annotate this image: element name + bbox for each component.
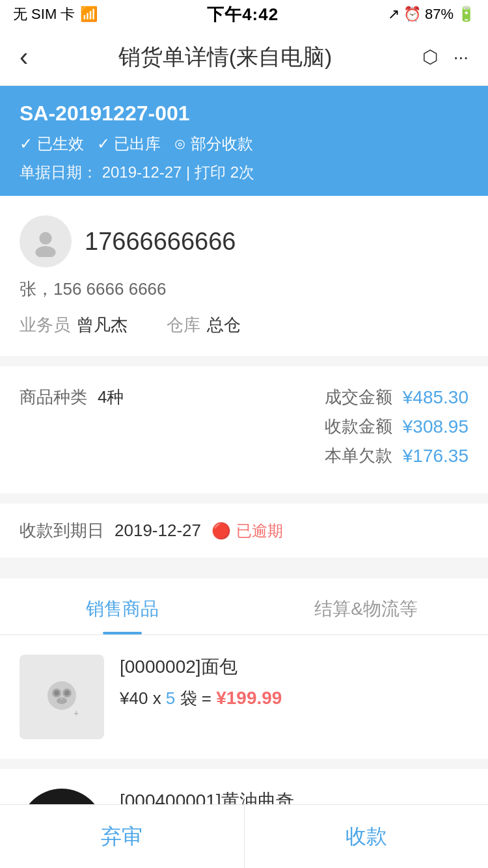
- print-suffix: 次: [239, 163, 254, 181]
- more-icon[interactable]: ···: [454, 47, 468, 68]
- received-stat: 收款金额 ¥308.95: [325, 415, 468, 438]
- overdue-label: 已逾期: [236, 521, 283, 541]
- product-item: + [0000002]面包 ¥40 x 5 袋 = ¥199.99: [0, 635, 488, 759]
- due-date-value: 2019-12-27: [115, 521, 201, 541]
- product-info: [0000002]面包 ¥40 x 5 袋 = ¥199.99: [120, 655, 468, 710]
- warehouse-label: 仓库: [167, 314, 200, 336]
- customer-row: 17666666666: [20, 215, 468, 267]
- svg-point-5: [54, 690, 59, 696]
- order-id: SA-20191227-001: [20, 102, 468, 126]
- order-date-row: 单据日期： 2019-12-27 | 打印 2次: [20, 162, 468, 183]
- debt-label: 本单欠款: [325, 444, 392, 467]
- received-value: ¥308.95: [403, 416, 468, 437]
- order-date: 2019-12-27: [102, 163, 182, 181]
- product-type-stat: 商品种类 4种: [20, 386, 124, 409]
- svg-point-0: [39, 232, 51, 245]
- bottom-bar: 弃审 收款: [0, 804, 488, 868]
- customer-section: 17666666666 张，156 6666 6666 业务员 曾凡杰 仓库 总…: [0, 196, 488, 356]
- deal-amount-stat: 成交金额 ¥485.30: [325, 386, 468, 409]
- order-header: SA-20191227-001 ✓ 已生效 ✓ 已出库 ⊙ 部分收款 单据日期：…: [0, 86, 488, 196]
- order-badges: ✓ 已生效 ✓ 已出库 ⊙ 部分收款: [20, 133, 468, 154]
- avatar: [20, 215, 72, 267]
- product-name: [0000002]面包: [120, 655, 468, 679]
- stats-section: 商品种类 4种 成交金额 ¥485.30 收款金额 ¥308.95 本单欠款 ¥…: [0, 366, 488, 493]
- product-image: +: [20, 655, 104, 739]
- equals-sign: =: [202, 688, 216, 708]
- warehouse-name: 总仓: [207, 314, 241, 336]
- debt-stat: 本单欠款 ¥176.35: [325, 444, 468, 467]
- share-icon[interactable]: ⬡: [422, 46, 438, 68]
- unit: 袋: [180, 688, 197, 708]
- product-code: [0000002]: [120, 657, 201, 677]
- sales-meta: 业务员 曾凡杰: [20, 314, 128, 336]
- badge-shipped: ✓ 已出库: [97, 133, 161, 154]
- sales-label: 业务员: [20, 314, 70, 336]
- nav-bar: ‹ 销货单详情(来自电脑) ⬡ ···: [0, 29, 488, 86]
- status-time: 下午4:42: [207, 3, 278, 26]
- battery-label: 87%: [425, 6, 454, 23]
- due-date-label: 收款到期日: [20, 519, 104, 542]
- page-title: 销货单详情(来自电脑): [118, 42, 332, 72]
- svg-point-1: [35, 246, 55, 257]
- multiply-sign: x: [153, 688, 166, 708]
- stats-left: 商品种类 4种: [20, 386, 124, 415]
- due-date-section: 收款到期日 2019-12-27 🔴 已逾期: [0, 504, 488, 558]
- status-right: ↗ ⏰ 87% 🔋: [388, 6, 475, 23]
- battery-icon: 🔋: [457, 6, 475, 23]
- alarm-icon: ⏰: [403, 6, 421, 23]
- debt-value: ¥176.35: [403, 446, 468, 467]
- customer-name: 张，156 6666 6666: [20, 278, 468, 301]
- overdue-badge: 🔴 已逾期: [211, 521, 283, 541]
- unit-price: ¥40: [120, 688, 148, 708]
- nav-actions: ⬡ ···: [422, 46, 468, 68]
- overdue-icon: 🔴: [211, 522, 231, 540]
- sim-label: 无 SIM 卡: [13, 5, 75, 24]
- section-divider: [0, 568, 488, 578]
- tabs-section: 销售商品 结算&物流等: [0, 578, 488, 635]
- badge-effective: ✓ 已生效: [20, 133, 84, 154]
- quantity: 5: [166, 688, 175, 708]
- deal-amount-value: ¥485.30: [403, 387, 468, 408]
- tab-products[interactable]: 销售商品: [0, 578, 244, 634]
- product-type-label: 商品种类: [20, 386, 87, 409]
- confirm-button[interactable]: 收款: [245, 805, 489, 868]
- back-button[interactable]: ‹: [20, 42, 28, 72]
- location-icon: ↗: [388, 6, 400, 23]
- product-title: 面包: [201, 657, 237, 677]
- stats-right: 成交金额 ¥485.30 收款金额 ¥308.95 本单欠款 ¥176.35: [325, 386, 468, 474]
- print-count-val: 2: [230, 163, 239, 181]
- print-label: | 打印: [186, 163, 226, 181]
- status-bar: 无 SIM 卡 📶 下午4:42 ↗ ⏰ 87% 🔋: [0, 0, 488, 29]
- stats-row: 商品种类 4种 成交金额 ¥485.30 收款金额 ¥308.95 本单欠款 ¥…: [20, 386, 468, 474]
- warehouse-meta: 仓库 总仓: [167, 314, 241, 336]
- wifi-icon: 📶: [80, 6, 98, 23]
- sales-name: 曾凡杰: [77, 314, 128, 336]
- deal-amount-label: 成交金额: [325, 386, 392, 409]
- svg-point-6: [64, 690, 70, 696]
- status-left: 无 SIM 卡 📶: [13, 5, 98, 24]
- cancel-button[interactable]: 弃审: [0, 805, 245, 868]
- total-price: ¥199.99: [216, 688, 282, 708]
- product-price-row: ¥40 x 5 袋 = ¥199.99: [120, 687, 468, 710]
- svg-text:+: +: [74, 708, 79, 718]
- svg-point-2: [47, 681, 76, 710]
- customer-meta: 业务员 曾凡杰 仓库 总仓: [20, 314, 468, 336]
- customer-phone: 17666666666: [85, 228, 236, 256]
- product-type-value: 4种: [98, 386, 124, 409]
- date-label: 单据日期：: [20, 163, 98, 181]
- tab-settlement[interactable]: 结算&物流等: [244, 578, 488, 634]
- received-label: 收款金额: [325, 415, 392, 438]
- badge-partial: ⊙ 部分收款: [174, 133, 253, 154]
